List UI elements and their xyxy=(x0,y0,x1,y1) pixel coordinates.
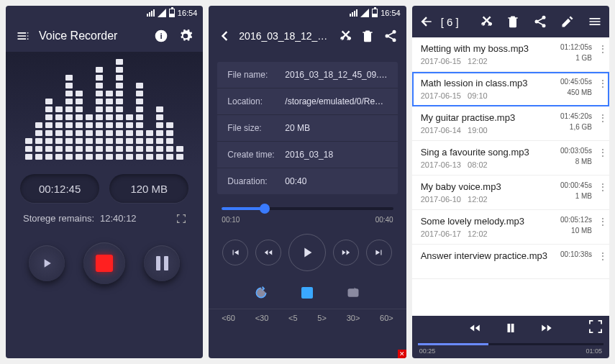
mini-seek-slider[interactable] xyxy=(418,343,603,345)
mini-player: 00:25 01:05 xyxy=(412,316,609,358)
pause-icon[interactable] xyxy=(504,322,517,337)
storage-value: 12:40:12 xyxy=(100,213,137,224)
svg-point-2 xyxy=(27,38,29,40)
rewind-icon[interactable] xyxy=(255,240,281,265)
location-label: Location: xyxy=(227,96,285,106)
item-duration: 00:03:05s xyxy=(560,147,592,155)
more-icon[interactable]: ⋮ xyxy=(598,151,608,154)
create-value: 2016_03_18 xyxy=(285,150,387,160)
item-datetime: 2017-06-14 19:00 xyxy=(421,126,560,135)
wifi-icon xyxy=(147,9,155,17)
back-icon[interactable] xyxy=(418,13,435,30)
delete-icon[interactable] xyxy=(359,27,376,45)
list-item[interactable]: Answer interview practice.mp3 00:10:38s⋮ xyxy=(412,245,609,279)
storage-row: Storege remains: 12:40:12 xyxy=(6,210,203,232)
forward-icon[interactable] xyxy=(333,240,359,265)
extra-controls xyxy=(209,276,406,309)
item-size: 450 MB xyxy=(568,88,592,96)
recordings-list[interactable]: Metting with my boss.mp32017-06-15 12:02… xyxy=(412,37,609,316)
more-icon[interactable]: ⋮ xyxy=(598,117,608,119)
list-item[interactable]: My baby voice.mp32017-06-10 12:0200:00:4… xyxy=(412,176,609,210)
back-icon[interactable] xyxy=(216,27,233,45)
duration-label: Duaration: xyxy=(227,176,285,186)
item-datetime: 2017-06-17 12:02 xyxy=(421,229,560,238)
item-title: Answer interview practice.mp3 xyxy=(421,250,560,261)
more-icon[interactable]: ⋮ xyxy=(598,220,608,223)
skip-end-icon[interactable] xyxy=(366,240,392,265)
svg-point-0 xyxy=(27,32,29,34)
menu-icon[interactable] xyxy=(14,27,32,45)
cut-icon[interactable] xyxy=(336,27,353,45)
share-icon[interactable] xyxy=(532,13,549,30)
stop-icon[interactable] xyxy=(299,284,316,301)
more-icon[interactable]: ⋮ xyxy=(598,186,608,188)
list-item[interactable]: Math lession in class.mp32017-06-15 09:1… xyxy=(412,72,609,106)
more-icon[interactable]: ⋮ xyxy=(598,255,608,258)
list-item[interactable]: Some lovely melody.mp32017-06-17 12:0200… xyxy=(412,210,609,245)
info-icon[interactable]: i xyxy=(152,27,170,45)
list-item[interactable]: My guitar practise.mp32017-06-14 19:0001… xyxy=(412,106,609,141)
share-icon[interactable] xyxy=(382,27,399,45)
seek-slider[interactable] xyxy=(209,194,406,213)
skip-option[interactable]: <5 xyxy=(288,314,298,322)
expand-icon[interactable] xyxy=(589,320,602,336)
screen-list: [ 6 ] Metting with my boss.mp32017-06-15… xyxy=(412,6,609,358)
forward-icon[interactable] xyxy=(540,322,553,337)
rewind-icon[interactable] xyxy=(468,322,481,337)
close-icon[interactable]: ✕ xyxy=(398,350,406,358)
topbar: [ 6 ] xyxy=(412,6,609,37)
statusbar: 16:54 xyxy=(6,6,203,20)
item-title: Math lession in class.mp3 xyxy=(421,78,560,88)
record-button[interactable] xyxy=(83,242,125,284)
list-item[interactable]: Metting with my boss.mp32017-06-15 12:02… xyxy=(412,37,609,72)
item-title: My baby voice.mp3 xyxy=(421,181,560,192)
item-duration: 01:12:05s xyxy=(560,43,592,51)
location-value: /storage/emulated/0/Recorders/ xyxy=(285,96,387,106)
play-button[interactable] xyxy=(29,245,65,281)
statusbar: 16:54 xyxy=(209,6,406,20)
skip-option[interactable]: <30 xyxy=(255,314,269,322)
item-duration: 01:45:20s xyxy=(560,112,592,120)
filesize-value: 20 MB xyxy=(285,123,387,133)
loop-icon[interactable] xyxy=(345,284,362,301)
item-title: Metting with my boss.mp3 xyxy=(421,43,560,54)
item-size: 10 MB xyxy=(571,227,592,235)
battery-icon xyxy=(372,9,378,17)
cut-icon[interactable] xyxy=(477,13,494,30)
skip-option[interactable]: <60 xyxy=(222,314,235,322)
list-item[interactable]: Sing a favourite song.mp32017-06-13 08:0… xyxy=(412,141,609,176)
gear-icon[interactable] xyxy=(177,27,194,45)
selection-count: [ 6 ] xyxy=(441,16,471,28)
item-datetime xyxy=(421,264,560,273)
menu-icon[interactable] xyxy=(586,13,603,30)
item-duration: 00:10:38s xyxy=(560,250,592,258)
skip-option[interactable]: 30> xyxy=(347,314,360,322)
more-icon[interactable]: ⋮ xyxy=(598,82,608,85)
screen-player: 16:54 2016_03_18_12_45_... File name:201… xyxy=(209,6,406,358)
item-duration: 00:45:05s xyxy=(560,78,592,86)
pause-button[interactable] xyxy=(144,245,180,281)
replay-icon[interactable] xyxy=(252,284,270,301)
filename-title: 2016_03_18_12_45_... xyxy=(239,30,329,42)
skip-option[interactable]: 5> xyxy=(317,314,327,322)
expand-icon[interactable] xyxy=(177,214,186,223)
mini-total: 01:05 xyxy=(586,347,602,355)
delete-icon[interactable] xyxy=(504,13,521,30)
storage-label: Storege remains: xyxy=(23,213,94,224)
item-title: Sing a favourite song.mp3 xyxy=(421,147,560,158)
filesize-label: File size: xyxy=(227,123,285,133)
main-controls xyxy=(6,232,203,294)
stats-row: 00:12:45 120 MB xyxy=(6,167,203,210)
edit-icon[interactable] xyxy=(559,13,576,30)
skip-start-icon[interactable] xyxy=(222,240,248,265)
file-size: 120 MB xyxy=(109,174,188,203)
equalizer xyxy=(6,52,203,167)
skip-option[interactable]: 60> xyxy=(380,314,393,322)
elapsed-time: 00:12:45 xyxy=(20,174,99,203)
svg-rect-8 xyxy=(349,289,358,296)
file-info-panel: File name:2016_03_18_12_45_09.mp3 Locati… xyxy=(217,62,397,194)
more-icon[interactable]: ⋮ xyxy=(598,47,608,50)
create-label: Create time: xyxy=(227,150,285,160)
play-icon[interactable] xyxy=(288,234,326,271)
item-title: My guitar practise.mp3 xyxy=(421,112,560,123)
